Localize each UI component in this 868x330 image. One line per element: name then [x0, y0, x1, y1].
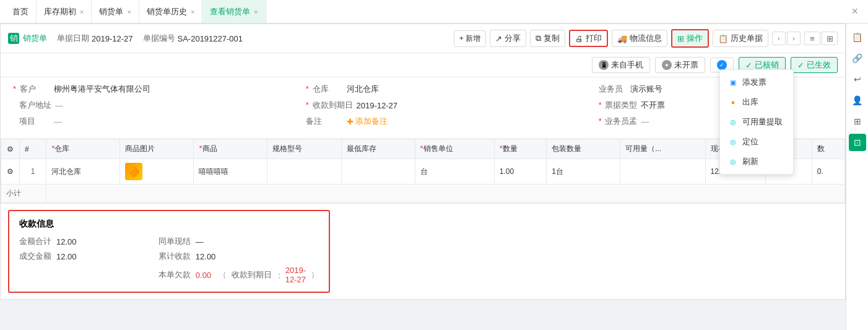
project-field: 项目 — — [13, 116, 306, 127]
row-gear[interactable]: ⚙ — [1, 159, 20, 185]
row-product: 嘻嘻嘻嘻 — [194, 159, 267, 185]
dropdown-locate[interactable]: ◎ 定位 — [720, 132, 793, 152]
staff-field: 业务员 演示账号 — [599, 84, 833, 95]
tab-inventory-close[interactable]: × — [80, 8, 84, 15]
nav-next-button[interactable]: › — [787, 32, 801, 45]
row-num: 1 — [20, 159, 46, 185]
th-warehouse: *仓库 — [46, 139, 120, 159]
print-icon: 🖨 — [575, 34, 583, 43]
print-button[interactable]: 🖨 打印 — [569, 30, 608, 47]
dropdown-available[interactable]: ◎ 可用量提取 — [720, 112, 793, 132]
doc-header: 销 销货单 单据日期 2019-12-27 单据编号 SA-20191227-0… — [1, 24, 845, 53]
logistics-button[interactable]: 🚚 物流信息 — [612, 30, 667, 47]
dropdown-menu: ▣ 添发票 ● 出库 ◎ 可用量提取 ◎ 定位 ◎ 刷新 — [719, 69, 794, 175]
toolbar-right: + 新增 ↗ 分享 ⧉ 复制 🖨 打印 🚚 物流信息 ⊞ 操作 � — [454, 29, 838, 48]
row-min-stock — [341, 159, 415, 185]
row-warehouse: 河北仓库 — [46, 159, 120, 185]
dropdown-add-invoice[interactable]: ▣ 添发票 — [720, 72, 793, 92]
operation-icon: ⊞ — [677, 34, 684, 43]
history-button[interactable]: 📋 历史单据 — [713, 30, 768, 47]
effective-button[interactable]: ✓ 已生效 — [791, 57, 838, 73]
row-img: 🔶 — [120, 159, 194, 185]
add-note-button[interactable]: ✚ 添加备注 — [347, 116, 388, 127]
subtotal-row: 小计 — [1, 185, 845, 203]
dropdown-outbound[interactable]: ● 出库 — [720, 92, 793, 112]
ticket-field: * 票据类型 不开票 — [599, 100, 833, 111]
th-spec: 规格型号 — [267, 139, 341, 159]
customer-field: * 客户 柳州粤港平安气体有限公司 — [13, 84, 306, 95]
sidebar-doc-icon[interactable]: 📋 — [849, 28, 866, 46]
tab-sales-history[interactable]: 销货单历史 × — [139, 0, 202, 23]
doc-meta: 单据日期 2019-12-27 单据编号 SA-20191227-001 — [57, 33, 243, 44]
effective-check-icon: ✓ — [797, 61, 804, 70]
tab-bar: 首页 库存期初 × 销货单 × 销货单历史 × 查看销货单 × × — [0, 0, 868, 24]
sidebar-return-icon[interactable]: ↩ — [849, 71, 866, 88]
payment-section: 收款信息 金额合计 12.00 同单现结 — 成交金额 12.00 累计收款 1… — [8, 210, 330, 293]
new-button[interactable]: + 新增 — [454, 30, 486, 47]
form-section: * 客户 柳州粤港平安气体有限公司 * 仓库 河北仓库 业务员 演示账号 客户地… — [1, 77, 845, 139]
locate-icon: ◎ — [729, 137, 737, 146]
not-open-icon: ● — [662, 60, 672, 70]
th-product: *商品 — [194, 139, 267, 159]
history-icon: 📋 — [718, 34, 728, 43]
sold-check-icon: ✓ — [745, 61, 752, 70]
form-row-3: 项目 — 备注 ✚ 添加备注 * 业务员孟 — — [13, 116, 833, 127]
dropdown-refresh[interactable]: ◎ 刷新 — [720, 152, 793, 172]
tab-view-sales-close[interactable]: × — [254, 8, 258, 15]
doc-date: 单据日期 2019-12-27 — [57, 33, 133, 44]
available-icon: ◎ — [729, 118, 737, 126]
sidebar-grid-icon[interactable]: ⊞ — [849, 113, 866, 130]
payment-cumulative-row: 累计收款 12.00 — [158, 251, 319, 262]
not-open-button[interactable]: ● 未开票 — [655, 57, 705, 73]
view-list-button[interactable]: ≡ — [804, 32, 820, 45]
payment-date-field: * 收款到期日 2019-12-27 — [306, 100, 599, 111]
operation-button[interactable]: ⊞ 操作 — [671, 29, 709, 48]
th-qty: *数量 — [494, 139, 546, 159]
outbound-icon: ● — [729, 98, 737, 106]
product-image: 🔶 — [125, 163, 142, 180]
tab-home[interactable]: 首页 — [5, 0, 37, 23]
tab-sales-history-close[interactable]: × — [191, 8, 194, 15]
payment-amount-row: 金额合计 12.00 — [19, 236, 146, 247]
th-pkg-qty: 包装数量 — [547, 139, 620, 159]
copy-icon: ⧉ — [536, 33, 541, 43]
sales-order-icon: 销 — [8, 33, 19, 44]
th-img: 商品图片 — [120, 139, 194, 159]
sidebar-user-icon[interactable]: 👤 — [849, 92, 866, 109]
close-all-tabs[interactable]: × — [846, 5, 863, 18]
tab-inventory[interactable]: 库存期初 × — [37, 0, 92, 23]
payment-deal-row: 成交金额 12.00 — [19, 251, 146, 262]
th-available: 可用量（... — [620, 139, 705, 159]
th-min-stock: 最低库存 — [341, 139, 415, 159]
tab-view-sales[interactable]: 查看销货单 × — [202, 0, 266, 23]
subtotal-empty — [46, 185, 845, 203]
sidebar-link-icon[interactable]: 🔗 — [849, 50, 866, 67]
row-available — [620, 159, 705, 185]
th-num: # — [20, 139, 46, 159]
payment-same-order-row: 同单现结 — — [158, 236, 319, 247]
from-phone-button[interactable]: 📱 来自手机 — [592, 57, 650, 73]
payment-title: 收款信息 — [19, 219, 319, 230]
second-toolbar: 📱 来自手机 ● 未开票 ✓ ✓ 已核销 ✓ 已生效 — [1, 53, 845, 77]
share-button[interactable]: ↗ 分享 — [490, 30, 526, 47]
sidebar-expand-icon[interactable]: ⊡ — [849, 134, 866, 151]
table-header-row: ⚙ # *仓库 商品图片 *商品 规格型号 最低库存 *销售单位 *数量 包装数… — [1, 139, 845, 159]
th-unit: *销售单位 — [415, 139, 494, 159]
subtotal-label: 小计 — [1, 185, 46, 203]
doc-number: 单据编号 SA-20191227-001 — [143, 33, 243, 44]
table-wrapper: ⚙ # *仓库 商品图片 *商品 规格型号 最低库存 *销售单位 *数量 包装数… — [1, 139, 845, 204]
logistics-icon: 🚚 — [617, 34, 627, 43]
note-field: 备注 ✚ 添加备注 — [306, 116, 599, 127]
view-grid-button[interactable]: ⊞ — [822, 32, 838, 45]
warehouse-field: * 仓库 河北仓库 — [306, 84, 599, 95]
phone-icon: 📱 — [599, 60, 609, 70]
nav-prev-button[interactable]: ‹ — [772, 32, 786, 45]
products-table: ⚙ # *仓库 商品图片 *商品 规格型号 最低库存 *销售单位 *数量 包装数… — [1, 139, 845, 203]
tab-sales-close[interactable]: × — [127, 8, 131, 15]
tab-sales[interactable]: 销货单 × — [92, 0, 139, 23]
copy-button[interactable]: ⧉ 复制 — [530, 30, 565, 47]
form-row-2: 客户地址 — * 收款到期日 2019-12-27 * 票据类型 不开票 — [13, 100, 833, 111]
row-spec — [267, 159, 341, 185]
doc-title-text: 销货单 — [23, 33, 47, 44]
row-unit: 台 — [415, 159, 494, 185]
